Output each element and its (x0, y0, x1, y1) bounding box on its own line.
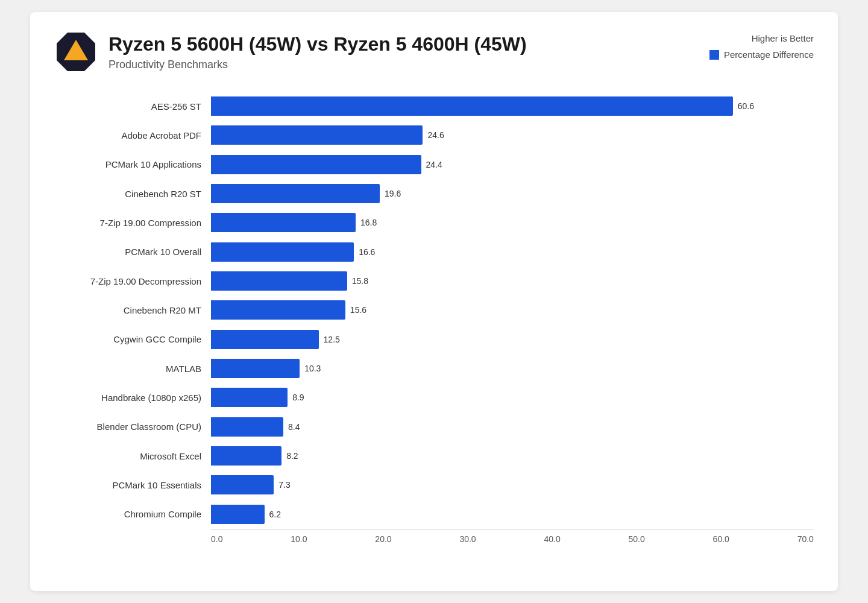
bar-value-label: 60.6 (738, 101, 754, 111)
bar-row: PCMark 10 Essentials7.3 (54, 470, 814, 499)
bar-track: 60.6 (211, 96, 814, 116)
bar-track: 24.4 (211, 155, 814, 174)
bar-value-label: 19.6 (385, 189, 401, 198)
logo-icon (54, 30, 98, 74)
bar-row: PCMark 10 Applications24.4 (54, 150, 814, 179)
bar-label: Cinebench R20 ST (54, 189, 211, 199)
bar-label: Handbrake (1080p x265) (54, 393, 211, 403)
bar-fill (211, 213, 356, 232)
bar-row: Cinebench R20 MT15.6 (54, 295, 814, 324)
bar-row: AES-256 ST60.6 (54, 92, 814, 121)
bar-row: Cinebench R20 ST19.6 (54, 179, 814, 208)
bar-row: Microsoft Excel8.2 (54, 441, 814, 470)
bar-label: PCMark 10 Applications (54, 159, 211, 169)
bar-track: 24.6 (211, 125, 814, 145)
bar-value-label: 15.8 (352, 276, 368, 286)
bar-value-label: 16.6 (359, 247, 375, 257)
x-axis-tick: 20.0 (375, 534, 391, 544)
bar-track: 8.4 (211, 417, 814, 437)
bar-label: AES-256 ST (54, 101, 211, 112)
bar-label: PCMark 10 Essentials (54, 480, 211, 490)
bar-value-label: 8.4 (288, 422, 300, 432)
bar-fill (211, 505, 265, 524)
x-axis-tick: 30.0 (459, 534, 476, 544)
bar-label: Microsoft Excel (54, 451, 211, 461)
x-axis-tick: 60.0 (713, 534, 729, 544)
bar-fill (211, 359, 300, 378)
bar-track: 16.6 (211, 242, 814, 262)
bar-value-label: 24.6 (427, 130, 444, 140)
bar-fill (211, 446, 281, 466)
bar-fill (211, 475, 274, 494)
chart-legend: Higher is Better Percentage Difference (709, 30, 814, 63)
bar-track: 15.6 (211, 300, 814, 320)
bar-label: Blender Classroom (CPU) (54, 421, 211, 432)
bar-value-label: 6.2 (269, 510, 281, 519)
bar-track: 8.9 (211, 388, 814, 407)
bar-row: Blender Classroom (CPU)8.4 (54, 412, 814, 441)
bar-row: Adobe Acrobat PDF24.6 (54, 121, 814, 150)
bar-value-label: 12.5 (324, 335, 340, 344)
bar-fill (211, 242, 354, 262)
bar-value-label: 24.4 (426, 160, 442, 169)
title-block: Ryzen 5 5600H (45W) vs Ryzen 5 4600H (45… (108, 33, 527, 71)
bar-fill (211, 125, 423, 145)
chart-container: Ryzen 5 5600H (45W) vs Ryzen 5 4600H (45… (30, 12, 838, 591)
bar-track: 8.2 (211, 446, 814, 466)
bar-fill (211, 155, 421, 174)
bar-fill (211, 271, 347, 291)
bar-fill (211, 184, 380, 203)
bar-value-label: 16.8 (360, 218, 377, 227)
bar-track: 16.8 (211, 213, 814, 232)
bar-label: Chromium Compile (54, 509, 211, 519)
legend-item: Percentage Difference (709, 46, 814, 63)
bar-label: 7-Zip 19.00 Compression (54, 218, 211, 228)
bar-row: Cygwin GCC Compile12.5 (54, 325, 814, 354)
bars-section: AES-256 ST60.6Adobe Acrobat PDF24.6PCMar… (54, 92, 814, 529)
chart-area: AES-256 ST60.6Adobe Acrobat PDF24.6PCMar… (54, 92, 814, 544)
bar-label: MATLAB (54, 364, 211, 374)
chart-subtitle: Productivity Benchmarks (108, 58, 527, 71)
bar-value-label: 15.6 (350, 305, 366, 315)
bar-track: 6.2 (211, 505, 814, 524)
bar-track: 10.3 (211, 359, 814, 378)
bar-row: Chromium Compile6.2 (54, 500, 814, 529)
x-axis-tick: 40.0 (544, 534, 560, 544)
header-left: Ryzen 5 5600H (45W) vs Ryzen 5 4600H (45… (54, 30, 527, 74)
bar-fill (211, 330, 319, 349)
chart-main-title: Ryzen 5 5600H (45W) vs Ryzen 5 4600H (45… (108, 33, 527, 55)
bar-label: Adobe Acrobat PDF (54, 130, 211, 140)
bar-track: 12.5 (211, 330, 814, 349)
bar-fill (211, 96, 733, 116)
legend-label: Percentage Difference (724, 46, 814, 63)
bar-fill (211, 300, 345, 320)
bar-label: Cinebench R20 MT (54, 305, 211, 315)
bar-label: Cygwin GCC Compile (54, 334, 211, 344)
bar-label: PCMark 10 Overall (54, 247, 211, 257)
bar-value-label: 10.3 (304, 364, 321, 373)
x-axis-tick: 70.0 (797, 534, 814, 544)
bar-track: 7.3 (211, 475, 814, 494)
x-axis-tick: 0.0 (211, 534, 222, 544)
bar-track: 19.6 (211, 184, 814, 203)
bar-row: PCMark 10 Overall16.6 (54, 238, 814, 267)
x-axis-tick: 10.0 (291, 534, 307, 544)
higher-is-better-label: Higher is Better (709, 30, 814, 46)
bar-track: 15.8 (211, 271, 814, 291)
chart-header: Ryzen 5 5600H (45W) vs Ryzen 5 4600H (45… (54, 30, 814, 74)
x-axis-tick: 50.0 (629, 534, 645, 544)
bar-row: Handbrake (1080p x265)8.9 (54, 383, 814, 412)
bar-value-label: 8.2 (286, 451, 298, 461)
bar-row: 7-Zip 19.00 Compression16.8 (54, 208, 814, 237)
bar-fill (211, 417, 283, 437)
bar-value-label: 8.9 (292, 393, 304, 402)
bar-fill (211, 388, 288, 407)
bar-label: 7-Zip 19.00 Decompression (54, 276, 211, 286)
bar-row: 7-Zip 19.00 Decompression15.8 (54, 267, 814, 295)
bar-value-label: 7.3 (278, 480, 290, 490)
x-axis: 0.010.020.030.040.050.060.070.0 (211, 529, 814, 544)
bar-row: MATLAB10.3 (54, 354, 814, 383)
legend-color-box (709, 50, 719, 60)
